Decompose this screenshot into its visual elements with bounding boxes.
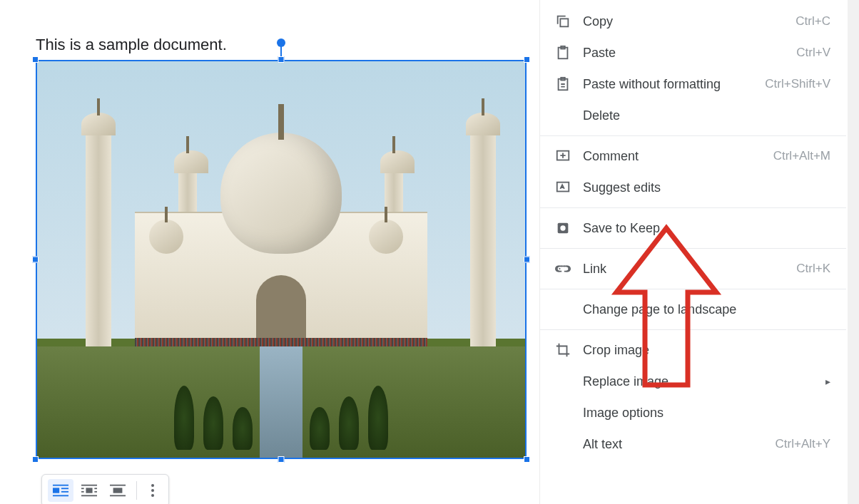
resize-handle-middle-left[interactable]	[32, 257, 39, 263]
svg-rect-5	[81, 485, 97, 486]
document-canvas[interactable]: This is a sample document.	[0, 0, 528, 504]
svg-rect-14	[110, 495, 126, 496]
wrap-text-button[interactable]	[76, 479, 102, 502]
paste-icon	[554, 44, 571, 61]
svg-rect-7	[81, 488, 84, 489]
menu-item-copy[interactable]: Copy Ctrl+C	[540, 6, 846, 37]
vertical-scrollbar[interactable]	[848, 0, 859, 504]
menu-shortcut: Ctrl+Shift+V	[765, 77, 830, 91]
menu-divider	[540, 135, 846, 136]
chevron-right-icon: ▸	[825, 376, 830, 387]
inserted-image[interactable]	[37, 61, 525, 458]
menu-item-suggest-edits[interactable]: Suggest edits	[540, 172, 846, 203]
menu-item-crop-image[interactable]: Crop image	[540, 334, 846, 366]
wrap-inline-button[interactable]	[48, 479, 73, 502]
svg-rect-8	[81, 491, 84, 493]
svg-rect-9	[94, 488, 97, 489]
menu-shortcut: Ctrl+V	[796, 46, 830, 60]
comment-icon	[554, 148, 571, 165]
menu-divider	[540, 248, 846, 249]
menu-divider	[540, 207, 846, 208]
svg-rect-3	[61, 491, 68, 493]
menu-label: Image options	[583, 406, 830, 421]
menu-label: Paste without formatting	[583, 77, 765, 92]
svg-rect-1	[53, 488, 59, 493]
wrap-break-icon	[110, 484, 126, 497]
menu-label: Copy	[583, 14, 796, 29]
crop-icon	[554, 341, 571, 359]
menu-item-delete[interactable]: Delete	[540, 100, 846, 131]
resize-handle-bottom-right[interactable]	[524, 456, 530, 463]
menu-label: Delete	[583, 108, 830, 123]
menu-item-link[interactable]: Link Ctrl+K	[540, 253, 846, 284]
svg-point-23	[560, 225, 565, 230]
svg-rect-6	[86, 488, 92, 493]
context-menu: Copy Ctrl+C Paste Ctrl+V Paste without f…	[539, 0, 846, 504]
menu-item-comment[interactable]: Comment Ctrl+Alt+M	[540, 140, 846, 172]
image-layout-toolbar	[41, 474, 169, 504]
menu-label: Paste	[583, 46, 796, 61]
svg-rect-4	[53, 495, 68, 496]
link-icon	[554, 260, 571, 277]
resize-handle-top-right[interactable]	[524, 56, 530, 63]
menu-label: Change page to landscape	[583, 302, 830, 317]
svg-rect-10	[94, 491, 97, 493]
resize-handle-top-left[interactable]	[32, 56, 39, 63]
svg-rect-11	[81, 495, 97, 496]
resize-handle-bottom-left[interactable]	[32, 456, 39, 463]
menu-item-change-page-landscape[interactable]: Change page to landscape	[540, 294, 846, 325]
copy-icon	[554, 13, 571, 30]
menu-label: Save to Keep	[583, 221, 830, 236]
paste-plain-icon	[554, 76, 571, 93]
menu-shortcut: Ctrl+Alt+Y	[776, 437, 830, 451]
menu-item-image-options[interactable]: Image options	[540, 397, 846, 428]
menu-label: Suggest edits	[583, 180, 830, 195]
menu-label: Crop image	[583, 343, 830, 358]
menu-label: Replace image	[583, 374, 825, 389]
menu-item-save-to-keep[interactable]: Save to Keep	[540, 212, 846, 244]
resize-handle-bottom-middle[interactable]	[278, 456, 285, 463]
selected-image-wrapper[interactable]	[36, 60, 527, 459]
svg-rect-13	[113, 488, 123, 493]
menu-label: Alt text	[583, 437, 776, 452]
menu-divider	[540, 329, 846, 330]
menu-item-replace-image[interactable]: Replace image ▸	[540, 366, 846, 397]
menu-shortcut: Ctrl+Alt+M	[773, 149, 830, 163]
menu-label: Link	[583, 262, 796, 277]
rotate-handle[interactable]	[277, 38, 285, 47]
suggest-edits-icon	[554, 179, 571, 196]
wrap-text-icon	[81, 484, 97, 497]
toolbar-divider	[136, 481, 137, 500]
menu-item-paste[interactable]: Paste Ctrl+V	[540, 37, 846, 68]
wrap-inline-icon	[53, 484, 68, 497]
menu-item-alt-text[interactable]: Alt text Ctrl+Alt+Y	[540, 428, 846, 460]
menu-shortcut: Ctrl+K	[796, 262, 830, 276]
resize-handle-middle-right[interactable]	[524, 257, 530, 263]
wrap-break-button[interactable]	[105, 479, 131, 502]
svg-rect-2	[61, 488, 68, 489]
menu-divider	[540, 289, 846, 289]
menu-item-paste-without-formatting[interactable]: Paste without formatting Ctrl+Shift+V	[540, 68, 846, 100]
toolbar-more-button[interactable]	[143, 479, 163, 502]
menu-label: Comment	[583, 149, 773, 164]
resize-handle-top-middle[interactable]	[278, 56, 285, 63]
more-vertical-icon	[151, 484, 154, 497]
keep-icon	[554, 220, 571, 237]
menu-shortcut: Ctrl+C	[796, 14, 830, 29]
svg-rect-15	[560, 19, 568, 26]
svg-rect-0	[53, 485, 68, 486]
svg-rect-12	[110, 485, 126, 486]
